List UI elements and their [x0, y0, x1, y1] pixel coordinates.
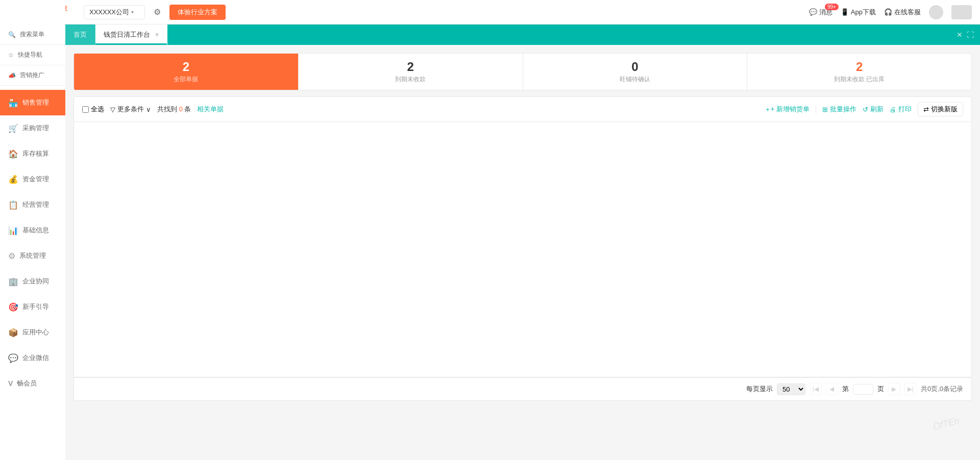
- company-name: XXXXXX公司: [89, 8, 129, 17]
- sidebar-item-system[interactable]: ⚙ 系统管理: [0, 243, 65, 269]
- stat-label-overdue: 到期未收款: [309, 75, 512, 84]
- sidebar-item-wechat[interactable]: 💬 企业微信: [0, 345, 65, 371]
- purchase-icon: 🛒: [8, 124, 18, 133]
- sidebar-item-inventory[interactable]: 🏠 库存核算: [0, 141, 65, 166]
- add-sale-button[interactable]: + + 新增销货单: [766, 105, 810, 114]
- tab-progress-bar: [95, 43, 167, 45]
- operation-icon: 📋: [8, 200, 18, 210]
- member-icon: V: [8, 379, 13, 388]
- related-link[interactable]: 相关单据: [197, 105, 224, 114]
- filter-icon: ▽: [110, 106, 115, 113]
- system-icon: ⚙: [8, 251, 15, 261]
- online-service-action[interactable]: 🎧 在线客服: [884, 8, 921, 17]
- tab-bar: 首页 钱货日清工作台 × ✕ ⛶: [65, 25, 980, 45]
- stats-row: 2 全部单据 2 到期未收款 0 旺铺待确认 2 到期未收款 已出库: [74, 53, 972, 90]
- marketing-item[interactable]: 📣 营销推广: [0, 65, 65, 86]
- switch-icon: ⇄: [923, 106, 929, 113]
- sidebar-item-operation[interactable]: 📋 经营管理: [0, 192, 65, 217]
- tab-controls: ✕ ⛶: [957, 31, 980, 39]
- company-selector[interactable]: XXXXXX公司 ▾: [84, 5, 145, 19]
- star-icon: ☆: [8, 52, 14, 59]
- stat-label-all: 全部单据: [84, 75, 288, 84]
- pagination: 每页显示 20 50 100 |◀ ◀ 第 1 页 ▶ ▶| 共0页,0条记录: [74, 377, 972, 401]
- stat-card-overdue[interactable]: 2 到期未收款: [299, 54, 523, 90]
- stat-card-wangpu[interactable]: 0 旺铺待确认: [523, 54, 748, 90]
- select-all-checkbox[interactable]: 全选: [82, 105, 104, 114]
- sidebar: 🔍 搜索菜单 ☆ 快捷导航 📣 营销推广 🏪 销售管理 🛒 采购管理 🏠 库存核…: [0, 0, 65, 460]
- switch-version-button[interactable]: ⇄ 切换新版: [918, 102, 963, 116]
- page-size-label: 每页显示: [746, 384, 773, 394]
- inventory-icon: 🏠: [8, 149, 18, 159]
- sidebar-item-sales[interactable]: 🏪 销售管理: [0, 90, 65, 115]
- toolbar-left: 全选 ▽ 更多条件 ∨ 共找到 0 条 相关单据: [82, 105, 224, 114]
- basic-icon: 📊: [8, 226, 18, 235]
- header-middle: XXXXXX公司 ▾ ⚙ 体验行业方案: [74, 4, 809, 20]
- main-content: 2 全部单据 2 到期未收款 0 旺铺待确认 2 到期未收款 已出库 全选 ▽ …: [65, 45, 980, 460]
- sidebar-item-purchase[interactable]: 🛒 采购管理: [0, 115, 65, 141]
- print-button[interactable]: 🖨 打印: [890, 105, 912, 114]
- sidebar-item-basic[interactable]: 📊 基础信息: [0, 217, 65, 243]
- avatar[interactable]: [929, 5, 943, 19]
- settings-button[interactable]: ⚙: [149, 4, 165, 20]
- message-badge: 99+: [825, 4, 839, 10]
- page-total-label: 页: [877, 384, 884, 394]
- sidebar-item-enterprise[interactable]: 🏢 企业协同: [0, 269, 65, 294]
- search-icon: 🔍: [8, 31, 16, 38]
- wechat-icon: 💬: [8, 353, 18, 363]
- first-page-button[interactable]: |◀: [810, 383, 822, 395]
- toolbar-right: + + 新增销货单 ⊞ 批量操作 ↺ 刷新 🖨 打印 ⇄ 切换新版: [766, 102, 963, 116]
- top-header: 6 畅捷通好生意 标准版 XXXXXX公司 ▾ ⚙ 体验行业方案 💬 消息 99…: [0, 0, 980, 25]
- prev-page-button[interactable]: ◀: [826, 383, 838, 395]
- found-count: 0: [179, 105, 183, 113]
- gear-icon: ⚙: [154, 7, 161, 17]
- experience-btn[interactable]: 体验行业方案: [169, 5, 226, 20]
- batch-op-button[interactable]: ⊞ 批量操作: [822, 105, 856, 114]
- page-info: 第: [842, 384, 849, 394]
- tab-maximize-button[interactable]: ⛶: [967, 31, 974, 39]
- header-right: 💬 消息 99+ 📱 App下载 🎧 在线客服: [809, 5, 972, 19]
- refresh-icon: ↺: [863, 106, 868, 113]
- total-info: 共0页,0条记录: [921, 384, 963, 394]
- stat-card-all[interactable]: 2 全部单据: [74, 54, 299, 90]
- tab-close-window-button[interactable]: ✕: [957, 31, 963, 39]
- guide-icon: 🎯: [8, 302, 18, 312]
- page-number-input[interactable]: 1: [853, 384, 873, 395]
- chevron-filter-icon: ∨: [146, 106, 151, 113]
- stat-card-unshipped[interactable]: 2 到期未收款 已出库: [747, 54, 971, 90]
- found-text: 共找到 0 条: [157, 105, 191, 114]
- search-menu-item[interactable]: 🔍 搜索菜单: [0, 25, 65, 45]
- stat-number-overdue: 2: [309, 60, 512, 74]
- batch-icon: ⊞: [822, 106, 828, 113]
- sidebar-item-guide[interactable]: 🎯 新手引导: [0, 294, 65, 320]
- stat-number-all: 2: [84, 60, 288, 74]
- last-page-button[interactable]: ▶|: [904, 383, 917, 395]
- stat-number-unshipped: 2: [757, 60, 961, 74]
- chevron-down-icon: ▾: [131, 9, 134, 15]
- sidebar-nav: 🏪 销售管理 🛒 采购管理 🏠 库存核算 💰 资金管理 📋 经营管理 📊 基础信…: [0, 86, 65, 460]
- quick-nav-item[interactable]: ☆ 快捷导航: [0, 45, 65, 65]
- download-icon: 📱: [841, 8, 849, 16]
- next-page-button[interactable]: ▶: [888, 383, 900, 395]
- sidebar-item-apps[interactable]: 📦 应用中心: [0, 320, 65, 345]
- sidebar-item-finance[interactable]: 💰 资金管理: [0, 166, 65, 192]
- message-action[interactable]: 💬 消息 99+: [809, 8, 832, 17]
- stat-label-wangpu: 旺铺待确认: [533, 75, 737, 84]
- select-all-input[interactable]: [82, 106, 89, 113]
- refresh-button[interactable]: ↺ 刷新: [863, 105, 884, 114]
- stat-label-unshipped: 到期未收款 已出库: [757, 75, 961, 84]
- app-download-action[interactable]: 📱 App下载: [841, 8, 876, 17]
- apps-icon: 📦: [8, 328, 18, 337]
- table-area: [74, 122, 972, 377]
- sales-icon: 🏪: [8, 98, 18, 108]
- tab-home[interactable]: 首页: [65, 25, 95, 45]
- tab-close-icon[interactable]: ×: [155, 31, 159, 38]
- user-name-area[interactable]: [951, 5, 972, 19]
- toolbar-divider: [816, 105, 816, 113]
- filter-button[interactable]: ▽ 更多条件 ∨: [110, 105, 151, 114]
- sidebar-item-member[interactable]: V 畅会员: [0, 371, 65, 396]
- message-icon: 💬: [809, 8, 817, 16]
- page-size-select[interactable]: 20 50 100: [777, 383, 805, 395]
- enterprise-icon: 🏢: [8, 277, 18, 286]
- marketing-icon: 📣: [8, 72, 16, 79]
- tab-work[interactable]: 钱货日清工作台 ×: [95, 25, 167, 45]
